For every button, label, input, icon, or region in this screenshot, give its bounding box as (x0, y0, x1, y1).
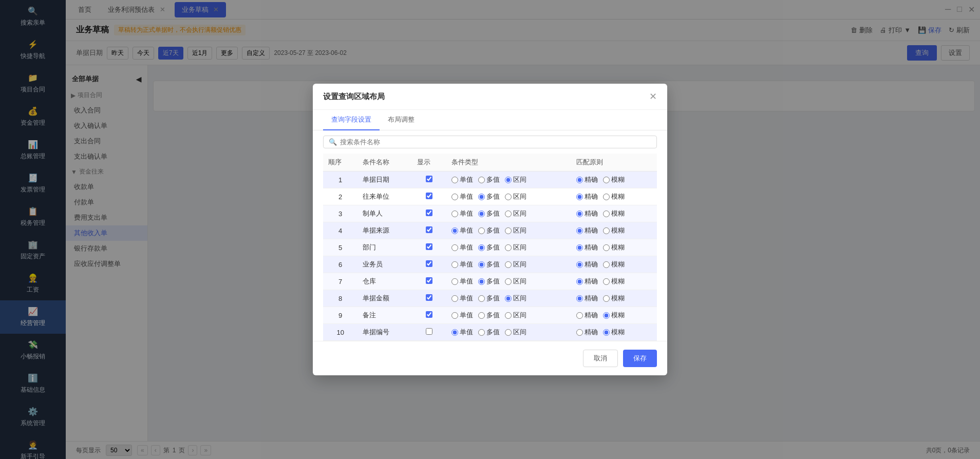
show-checkbox[interactable] (426, 176, 432, 182)
row-order: 4 (323, 222, 357, 239)
row-show[interactable] (412, 324, 446, 341)
show-checkbox[interactable] (426, 209, 432, 216)
row-name: 部门 (357, 239, 411, 256)
modal-header: 设置查询区域布局 ✕ (313, 84, 667, 110)
modal-search-area: 🔍 (313, 130, 667, 154)
row-type: 单值多值区间 (446, 290, 571, 307)
row-name: 业务员 (357, 256, 411, 273)
row-order: 5 (323, 239, 357, 256)
modal-tabs: 查询字段设置 布局调整 (313, 110, 667, 130)
row-order: 1 (323, 171, 357, 188)
row-type: 单值多值区间 (446, 256, 571, 273)
show-checkbox[interactable] (426, 311, 432, 318)
row-type: 单值多值区间 (446, 273, 571, 290)
row-show[interactable] (412, 171, 446, 188)
row-name: 备注 (357, 307, 411, 324)
tab-layout-adjust[interactable]: 布局调整 (380, 110, 423, 130)
row-order: 8 (323, 290, 357, 307)
row-name: 单据来源 (357, 222, 411, 239)
cancel-button[interactable]: 取消 (583, 350, 618, 367)
show-checkbox[interactable] (426, 294, 432, 301)
row-show[interactable] (412, 273, 446, 290)
show-checkbox[interactable] (426, 243, 432, 250)
row-show[interactable] (412, 205, 446, 222)
row-order: 6 (323, 256, 357, 273)
modal-close-button[interactable]: ✕ (649, 91, 657, 102)
row-name: 单据编号 (357, 324, 411, 341)
row-name: 往来单位 (357, 188, 411, 205)
row-match: 精确模糊 (571, 222, 657, 239)
row-show[interactable] (412, 290, 446, 307)
th-show: 显示 (412, 154, 446, 171)
row-show[interactable] (412, 239, 446, 256)
row-order: 9 (323, 307, 357, 324)
row-match: 精确模糊 (571, 239, 657, 256)
settings-modal: 设置查询区域布局 ✕ 查询字段设置 布局调整 🔍 (313, 84, 667, 375)
modal-body: 查询字段设置 布局调整 🔍 顺序 条件名称 显示 (313, 110, 667, 341)
search-input[interactable] (340, 138, 651, 146)
search-icon: 🔍 (329, 138, 337, 146)
show-checkbox[interactable] (426, 193, 432, 199)
row-type: 单值多值区间 (446, 324, 571, 341)
th-name: 条件名称 (357, 154, 411, 171)
row-show[interactable] (412, 307, 446, 324)
row-match: 精确模糊 (571, 324, 657, 341)
modal-backdrop: 设置查询区域布局 ✕ 查询字段设置 布局调整 🔍 (0, 0, 980, 459)
row-type: 单值多值区间 (446, 239, 571, 256)
row-name: 单据金额 (357, 290, 411, 307)
row-name: 制单人 (357, 205, 411, 222)
row-show[interactable] (412, 222, 446, 239)
save-modal-button[interactable]: 保存 (623, 350, 657, 367)
row-order: 7 (323, 273, 357, 290)
row-type: 单值多值区间 (446, 188, 571, 205)
row-type: 单值多值区间 (446, 205, 571, 222)
row-match: 精确模糊 (571, 188, 657, 205)
show-checkbox[interactable] (426, 277, 432, 284)
show-checkbox[interactable] (426, 260, 432, 267)
row-order: 10 (323, 324, 357, 341)
show-checkbox[interactable] (426, 226, 432, 233)
row-show[interactable] (412, 188, 446, 205)
tab-query-fields[interactable]: 查询字段设置 (323, 110, 380, 130)
row-match: 精确模糊 (571, 205, 657, 222)
row-match: 精确模糊 (571, 171, 657, 188)
row-order: 3 (323, 205, 357, 222)
config-table: 顺序 条件名称 显示 条件类型 匹配原则 1单据日期单值多值区间精确模糊2往来单… (323, 154, 657, 341)
th-type: 条件类型 (446, 154, 571, 171)
search-input-wrap: 🔍 (323, 136, 657, 148)
row-type: 单值多值区间 (446, 171, 571, 188)
show-checkbox[interactable] (426, 328, 432, 335)
row-match: 精确模糊 (571, 307, 657, 324)
row-show[interactable] (412, 256, 446, 273)
row-match: 精确模糊 (571, 256, 657, 273)
row-match: 精确模糊 (571, 273, 657, 290)
row-type: 单值多值区间 (446, 222, 571, 239)
row-name: 仓库 (357, 273, 411, 290)
row-name: 单据日期 (357, 171, 411, 188)
modal-title: 设置查询区域布局 (323, 92, 385, 102)
row-order: 2 (323, 188, 357, 205)
row-type: 单值多值区间 (446, 307, 571, 324)
th-order: 顺序 (323, 154, 357, 171)
modal-footer: 取消 保存 (313, 341, 667, 375)
row-match: 精确模糊 (571, 290, 657, 307)
th-match: 匹配原则 (571, 154, 657, 171)
